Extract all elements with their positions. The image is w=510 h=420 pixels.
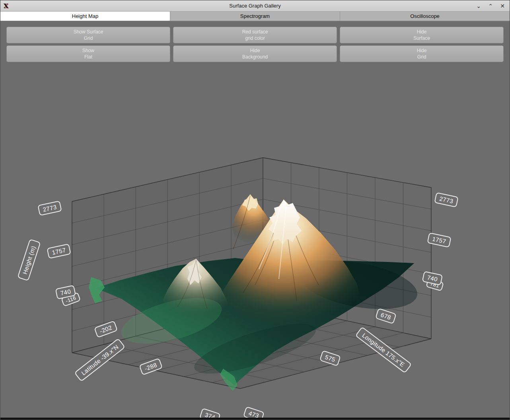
title-bar: X Surface Graph Gallery ⌄ ⌃ ✕: [0, 0, 510, 12]
show-surface-grid-button[interactable]: Show Surface Grid: [6, 27, 170, 43]
window-title: Surface Graph Gallery: [0, 3, 510, 9]
tab-spectrogram[interactable]: Spectrogram: [170, 12, 340, 21]
red-surface-grid-color-button[interactable]: Red surface grid color: [173, 27, 337, 43]
window-maximize-button[interactable]: ⌃: [487, 2, 494, 10]
button-label: Hide: [250, 47, 260, 54]
hide-background-button[interactable]: Hide Background: [173, 45, 337, 62]
hide-surface-button[interactable]: Hide Surface: [340, 27, 504, 43]
button-label: Background: [242, 54, 268, 60]
tab-height-map[interactable]: Height Map: [0, 12, 170, 21]
button-label: Surface: [413, 35, 430, 41]
app-window: X Surface Graph Gallery ⌄ ⌃ ✕ Height Map…: [0, 0, 510, 420]
surface-plot[interactable]: [0, 62, 510, 420]
window-shade-button[interactable]: ⌄: [475, 2, 483, 10]
button-label: Grid: [417, 54, 426, 60]
show-flat-button[interactable]: Show Flat: [6, 45, 170, 62]
window-bottom-edge: [0, 418, 510, 420]
tab-oscilloscope[interactable]: Oscilloscope: [340, 12, 510, 21]
button-label: Show: [82, 47, 94, 54]
button-label: Show Surface: [74, 29, 103, 35]
window-controls: ⌄ ⌃ ✕: [475, 0, 506, 12]
button-label: Flat: [84, 54, 92, 60]
button-label: Hide: [417, 47, 427, 54]
button-label: Red surface: [242, 29, 268, 35]
button-label: Grid: [84, 35, 93, 41]
button-label: Hide: [417, 29, 427, 35]
button-label: grid color: [245, 35, 265, 41]
hide-grid-button[interactable]: Hide Grid: [340, 45, 504, 62]
tab-bar: Height Map Spectrogram Oscilloscope: [0, 12, 510, 21]
surface-3d-canvas: [0, 62, 510, 420]
window-close-button[interactable]: ✕: [498, 2, 506, 10]
surface-controls-toolbar: Show Surface Grid Red surface grid color…: [0, 21, 510, 62]
